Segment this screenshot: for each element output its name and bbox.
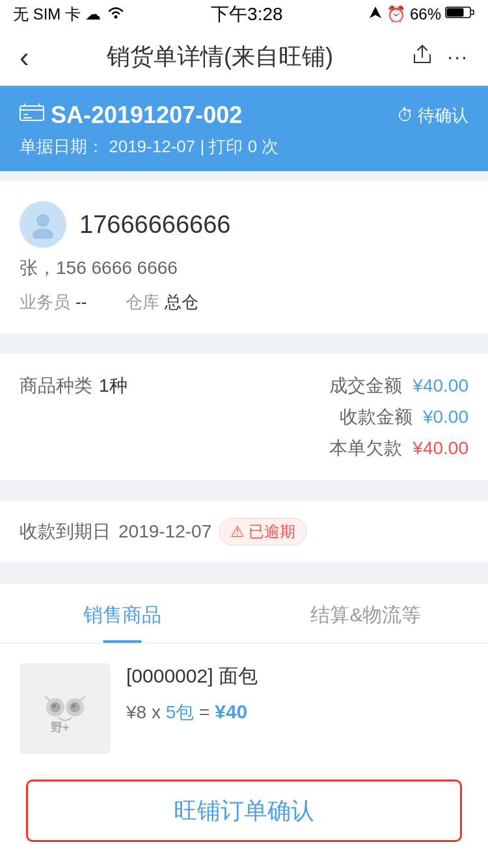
nav-left: ‹ (20, 41, 29, 74)
warehouse-value: 总仓 (165, 291, 198, 314)
product-item: 野+ [0000002] 面包 ¥8 x 5包 = ¥40 (0, 644, 488, 774)
product-image: 野+ (20, 663, 111, 754)
product-info: [0000002] 面包 ¥8 x 5包 = ¥40 (126, 663, 468, 725)
battery-level: 66% (410, 5, 441, 23)
warehouse-label: 仓库 (126, 291, 159, 314)
location-icon (368, 5, 383, 23)
nav-title: 销货单详情(来自旺铺) (107, 41, 333, 73)
bottom-action-area: 旺铺订单确认 (0, 766, 488, 868)
confirm-order-button[interactable]: 旺铺订单确认 (26, 780, 462, 842)
back-button[interactable]: ‹ (20, 41, 29, 74)
due-date-label: 收款到期日 (20, 519, 111, 544)
order-header-card: SA-20191207-002 ⏱ 待确认 单据日期： 2019-12-07 |… (0, 86, 488, 171)
alarm-icon: ⏰ (386, 5, 406, 23)
deal-amount-label: 成交金额 (329, 373, 402, 398)
receipt-amount-label: 收款金额 (340, 405, 413, 429)
debt-amount-label: 本单欠款 (329, 436, 402, 461)
deal-amount-value: ¥40.00 (413, 375, 468, 396)
svg-point-10 (52, 704, 56, 708)
tab-settlement-logistics[interactable]: 结算&物流等 (244, 584, 488, 643)
customer-phone: 17666666666 (79, 211, 230, 239)
svg-point-5 (33, 228, 53, 239)
wifi-icon (106, 5, 126, 23)
order-status: ⏱ 待确认 (397, 104, 468, 127)
share-icon[interactable] (411, 43, 434, 71)
nav-right: ··· (411, 43, 468, 71)
sim-status: 无 SIM 卡 ☁ (13, 4, 101, 25)
product-count: 商品种类 1种 (20, 373, 128, 398)
svg-text:野+: 野+ (51, 721, 70, 734)
due-date-section: 收款到期日 2019-12-07 ⚠ 已逾期 (0, 501, 488, 563)
clock-icon: ⏱ (397, 105, 414, 126)
order-number: SA-20191207-002 (20, 102, 242, 129)
status-left: 无 SIM 卡 ☁ (13, 4, 126, 25)
product-name: [0000002] 面包 (126, 663, 468, 690)
tabs-section: 销售商品 结算&物流等 (0, 584, 488, 644)
customer-meta: 业务员 -- 仓库 总仓 (20, 291, 468, 314)
status-bar: 无 SIM 卡 ☁ 下午3:28 ⏰ 66% (0, 0, 488, 29)
sales-value: -- (75, 292, 87, 312)
more-button[interactable]: ··· (447, 45, 468, 69)
order-icon (20, 102, 44, 129)
amounts-section: 商品种类 1种 成交金额 ¥40.00 收款金额 ¥0.00 本单欠款 ¥40.… (0, 354, 488, 480)
product-price: ¥8 x 5包 = ¥40 (126, 700, 468, 725)
order-date: 单据日期： 2019-12-07 | 打印 0 次 (20, 135, 468, 158)
customer-section: 17666666666 张，156 6666 6666 业务员 -- 仓库 总仓 (0, 182, 488, 333)
overdue-icon: ⚠ (230, 522, 245, 541)
svg-rect-2 (447, 8, 464, 17)
overdue-badge: ⚠ 已逾期 (219, 518, 306, 545)
sales-label: 业务员 (20, 291, 70, 314)
status-right: ⏰ 66% (368, 5, 475, 23)
svg-point-4 (36, 214, 49, 227)
customer-name: 张，156 6666 6666 (20, 256, 468, 280)
product-section: 野+ [0000002] 面包 ¥8 x 5包 = ¥40 (0, 644, 488, 774)
svg-point-11 (72, 704, 75, 708)
receipt-amount-value: ¥0.00 (423, 407, 468, 427)
amounts-right: 成交金额 ¥40.00 收款金额 ¥0.00 本单欠款 ¥40.00 (329, 373, 468, 461)
tab-sales-products[interactable]: 销售商品 (0, 584, 244, 643)
overdue-text: 已逾期 (249, 521, 295, 542)
battery-icon (445, 5, 475, 23)
debt-amount-value: ¥40.00 (413, 438, 468, 459)
avatar (20, 201, 66, 248)
nav-bar: ‹ 销货单详情(来自旺铺) ··· (0, 29, 488, 86)
svg-point-0 (114, 16, 117, 19)
due-date-value: 2019-12-07 (118, 521, 211, 542)
status-time: 下午3:28 (211, 2, 283, 27)
